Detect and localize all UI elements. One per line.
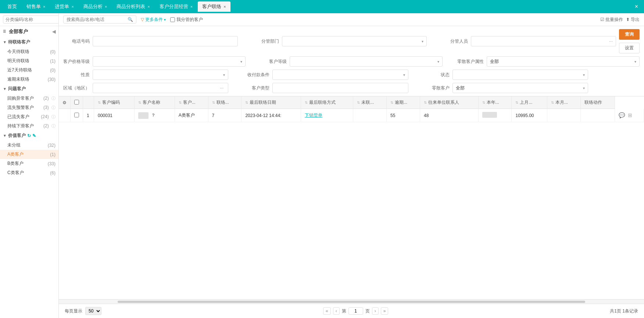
col-last-month-sort[interactable]: ⇅ [515, 100, 518, 105]
filter-row-4: 区域（地区） ··· 客户类型 零散客户 [63, 83, 640, 93]
category-search-input[interactable] [3, 15, 59, 24]
sidebar-item-overdue[interactable]: 逾期未联络 (30) [0, 75, 58, 84]
close-tab-sales[interactable]: × [43, 4, 45, 9]
sidebar-group-value-title[interactable]: ▼ 价值客户 ↻ ✎ [0, 131, 58, 141]
nature-chevron: ▾ [223, 73, 225, 77]
export-btn[interactable]: ⬆ 导出 [626, 17, 640, 23]
close-tab-customer-contact[interactable]: × [223, 4, 226, 9]
filter-row-1: 电话号码 分管部门 ▾ 分管人员 ··· [63, 29, 640, 53]
comment-action-icon[interactable]: 💬 [619, 112, 625, 118]
col-overdue-sort[interactable]: ⇅ [390, 100, 393, 105]
filter-price-level-select[interactable]: ▾ [93, 56, 246, 67]
close-tab-product-list[interactable]: × [147, 4, 150, 9]
row-action-buttons: 💬 ⊞ [619, 112, 640, 118]
col-no-contact-sort[interactable]: ⇅ [357, 100, 360, 105]
nav-tab-sales[interactable]: 销售单 × [22, 1, 50, 12]
edit-value-icon[interactable]: ✎ [32, 133, 36, 138]
filter-phone-label: 电话号码 [63, 38, 93, 45]
sidebar-item-b-class[interactable]: B类客户 (33) [0, 159, 58, 168]
col-customer-type: ⇅客户... [175, 96, 208, 109]
prev-page-btn[interactable]: ‹ [333, 307, 340, 315]
batch-op-btn[interactable]: ☑ 批量操作 [600, 17, 623, 23]
filter-person-select[interactable]: ··· [471, 36, 616, 46]
col-code-sort[interactable]: ⇅ [98, 100, 101, 105]
total-info: 共1页 1条记录 [610, 308, 638, 314]
col-last-method-sort[interactable]: ⇅ [305, 100, 308, 105]
next-page-btn[interactable]: › [372, 307, 379, 315]
sidebar-all-customers[interactable]: ⠿ 全部客户 ◀ [0, 26, 58, 37]
select-all-checkbox[interactable] [74, 100, 79, 105]
payment-chevron: ▾ [403, 73, 405, 77]
sidebar-item-c-class[interactable]: C类客户 (6) [0, 168, 58, 177]
last-contact-link[interactable]: 下销货单 [305, 113, 322, 118]
filter-retail-customer-select[interactable]: 全部 ▾ [452, 83, 588, 93]
filter-nature-select[interactable]: ▾ [93, 70, 228, 80]
settings-button[interactable]: 设置 [619, 43, 640, 53]
batch-icon: ☑ [600, 17, 604, 22]
col-name-sort[interactable]: ⇅ [138, 100, 141, 105]
filter-retail-customer: 零散客户 全部 ▾ [423, 83, 588, 93]
sidebar-group-pending-title[interactable]: ▼ 待联络客户 [0, 37, 58, 47]
row-index: 1 [83, 109, 94, 122]
col-contact-sort[interactable]: ⇅ [212, 100, 215, 105]
sidebar-item-ungrouped[interactable]: 未分组 (32) [0, 141, 58, 150]
sidebar-item-7days[interactable]: 近7天待联络 (0) [0, 66, 58, 75]
nav-tab-customer-tier[interactable]: 客户分层经营 × [155, 1, 197, 12]
filter-customer-level-select[interactable]: ▾ [290, 56, 443, 67]
nav-tab-customer-contact[interactable]: 客户联络 × [198, 1, 230, 12]
sidebar-group-problem-title[interactable]: ▼ 问题客户 [0, 84, 58, 94]
more-action-icon[interactable]: ⊞ [628, 112, 632, 118]
sidebar-item-churned[interactable]: 已流失客户 (24) ⓘ [0, 112, 58, 121]
first-page-btn[interactable]: « [323, 307, 331, 315]
filter-customer-type-select[interactable] [272, 83, 408, 93]
sidebar-item-tomorrow[interactable]: 明天待联络 (1) [0, 56, 58, 66]
sidebar: 🔍 ⠿ 全部客户 ◀ ▼ 待联络客户 今天待联络 (0) 明天待联络 (1) [0, 13, 59, 318]
close-tab-purchase[interactable]: × [71, 4, 74, 9]
close-tab-product-analysis[interactable]: × [105, 4, 107, 9]
col-last-date-sort[interactable]: ⇅ [245, 100, 248, 105]
main-search-input[interactable] [67, 17, 125, 22]
sidebar-item-today[interactable]: 今天待联络 (0) [0, 47, 58, 56]
col-this-month-sort[interactable]: ⇅ [551, 100, 554, 105]
more-filter-btn[interactable]: ▽ 更多条件 ▾ [141, 17, 166, 23]
col-type-sort[interactable]: ⇅ [179, 100, 182, 105]
action-buttons: 查询 设置 [619, 29, 640, 53]
info-icon-declining: ⓘ [51, 124, 56, 128]
filter-dept-select[interactable]: ▾ [282, 36, 427, 46]
col-this-year: ⇅本年... [478, 96, 512, 109]
filter-retail-attr-select[interactable]: 全部 ▾ [487, 56, 640, 67]
my-customer-checkbox[interactable] [170, 17, 175, 22]
col-this-year-sort[interactable]: ⇅ [482, 100, 485, 105]
filter-icon: ▽ [141, 17, 144, 22]
refresh-icon[interactable]: ↻ [27, 133, 31, 138]
nav-tab-product-analysis[interactable]: 商品分析 × [79, 1, 111, 12]
col-contacts-sort[interactable]: ⇅ [424, 100, 427, 105]
last-page-btn[interactable]: » [381, 307, 389, 315]
nav-tab-purchase[interactable]: 进货单 × [50, 1, 78, 12]
filter-price-level-label: 客户价格等级 [63, 59, 93, 65]
window-close[interactable]: × [632, 3, 641, 10]
sidebar-item-declining[interactable]: 持续下滑客户 (2) ⓘ [0, 121, 58, 131]
filter-status-select[interactable]: ▾ [452, 70, 588, 80]
sidebar-item-repurchase-anomaly[interactable]: 回购异常客户 (2) ⓘ [0, 94, 58, 103]
row-checkbox[interactable] [74, 113, 79, 117]
close-tab-customer-tier[interactable]: × [190, 4, 193, 9]
filter-status-label: 状态 [423, 72, 452, 78]
sidebar-item-churn-warning[interactable]: 流失预警客户 (3) ⓘ [0, 103, 58, 112]
horizontal-scrollbar[interactable] [118, 301, 585, 303]
col-contacts: ⇅往来单位联系人 [420, 96, 478, 109]
sidebar-item-a-class[interactable]: A类客户 (1) [0, 150, 58, 159]
arrow-icon2: ▼ [3, 87, 7, 91]
region-dots[interactable]: ··· [218, 85, 225, 91]
main-search-icon[interactable]: 🔍 [128, 17, 133, 22]
filter-phone-input[interactable] [93, 36, 238, 46]
table-settings-icon[interactable]: ⚙ [62, 100, 67, 105]
person-more-icon[interactable]: ··· [609, 39, 613, 44]
nav-tab-product-list[interactable]: 商品分析列表 × [112, 1, 154, 12]
query-button[interactable]: 查询 [619, 29, 640, 40]
filter-region-select[interactable]: ··· [93, 83, 228, 93]
page-number-input[interactable] [348, 307, 363, 315]
filter-payment-select[interactable]: ▾ [272, 70, 408, 80]
page-size-select[interactable]: 50 [85, 307, 101, 315]
nav-home[interactable]: 首页 [3, 3, 21, 10]
